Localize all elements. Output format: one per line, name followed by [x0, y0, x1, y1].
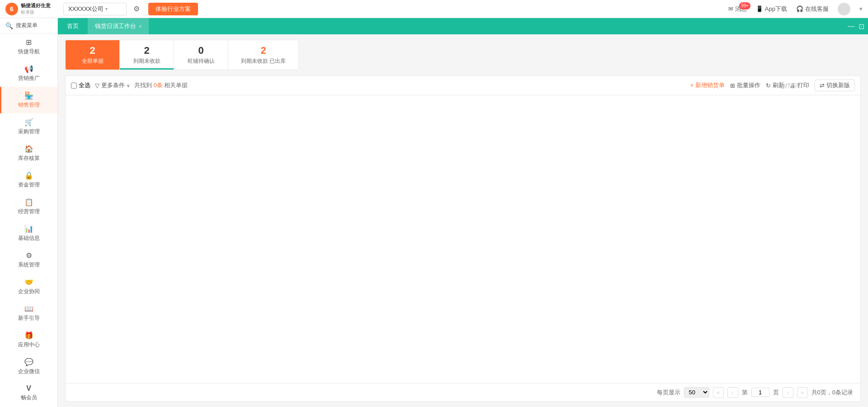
tab-page-label: 钱货日清工作台 [95, 22, 136, 30]
last-page-btn[interactable]: » [797, 387, 808, 398]
logo-area: 6 畅捷通好生意 标准版 [5, 2, 63, 15]
sidebar-item-app-center[interactable]: 🎁 应用中心 [0, 327, 57, 353]
stat-card-wangpu[interactable]: 0 旺辅待确认 [174, 40, 228, 70]
stat-label-all: 全部单据 [78, 57, 107, 65]
filter-btn[interactable]: ▽ 更多条件 ∨ [95, 81, 130, 89]
per-page-label: 每页显示 [657, 388, 680, 397]
online-service-label: 在线客服 [805, 5, 829, 13]
toolbar-left: 全选 ▽ 更多条件 ∨ 共找到 0条 相关单据 [71, 81, 685, 89]
filter-arrow: ∨ [127, 83, 130, 88]
add-sale-btn[interactable]: + 新增销货单 [690, 81, 725, 89]
page-input[interactable] [751, 388, 769, 397]
tab-nav-right: — ⊡ [848, 22, 868, 31]
sidebar-item-label: 销售管理 [18, 101, 40, 109]
sidebar-item-label: 库存核算 [18, 154, 40, 162]
sidebar-item-label: 企业协同 [18, 288, 40, 295]
sidebar-item-label: 企业微信 [18, 368, 40, 375]
sidebar-item-member[interactable]: V 畅会员 [0, 380, 57, 406]
sidebar-item-marketing[interactable]: 📢 营销推广 [0, 60, 57, 87]
first-page-btn[interactable]: « [713, 387, 724, 398]
purchase-icon: 🛒 [24, 118, 33, 126]
prev-page-btn[interactable]: ‹ [727, 387, 738, 398]
company-selector[interactable]: XXXXXX公司 ▾ [63, 3, 127, 15]
user-avatar[interactable] [838, 3, 850, 15]
guide-icon: 📖 [24, 304, 33, 313]
enterprise-icon: 🤝 [24, 278, 33, 286]
sidebar-item-sales[interactable]: 🏪 销售管理 [0, 87, 57, 113]
print-icon: 🖨 [790, 82, 796, 89]
sidebar-item-label: 应用中心 [18, 341, 40, 349]
stats-row: 2 全部单据 2 到期未收款 0 旺辅待确认 2 到期未收款 已出库 [65, 40, 299, 70]
checkbox-input[interactable] [71, 83, 77, 89]
sidebar-item-system[interactable]: ⚙ 系统管理 [0, 247, 57, 273]
tab-minimize-btn[interactable]: — [848, 22, 855, 30]
sidebar-item-label: 采购管理 [18, 128, 40, 136]
wechat-icon: 💬 [24, 358, 33, 366]
tab-restore-btn[interactable]: ⊡ [859, 22, 864, 31]
page-suffix: 页 [773, 388, 779, 397]
message-icon: ✉ [728, 5, 733, 12]
select-all-checkbox[interactable]: 全选 [71, 81, 90, 89]
select-all-label: 全选 [79, 81, 90, 89]
operations-icon: 📋 [24, 198, 33, 206]
sidebar-item-label: 资金管理 [18, 181, 40, 189]
finance-icon: 🔒 [24, 171, 33, 180]
app-download-btn[interactable]: 📱 App下载 [756, 5, 787, 13]
sidebar-item-enterprise[interactable]: 🤝 企业协同 [0, 273, 57, 300]
filter-icon: ▽ [95, 82, 99, 89]
sidebar-search-label: 搜索菜单 [16, 22, 38, 29]
sidebar-item-label: 快捷导航 [18, 48, 40, 56]
batch-icon: ⊞ [730, 82, 735, 89]
quick-nav-icon: ⊞ [26, 38, 32, 47]
per-page-select[interactable]: 50 20 100 [684, 387, 709, 398]
message-btn[interactable]: ✉ 消息 99+ [728, 5, 747, 13]
stat-card-overdue[interactable]: 2 到期未收款 [120, 40, 174, 70]
tab-close-icon[interactable]: × [139, 23, 142, 29]
sales-icon: 🏪 [24, 91, 33, 100]
sidebar-item-purchase[interactable]: 🛒 采购管理 [0, 113, 57, 140]
search-icon: 🔍 [5, 22, 13, 29]
toolbar: 全选 ▽ 更多条件 ∨ 共找到 0条 相关单据 + 新增销货单 [65, 75, 861, 95]
next-page-btn[interactable]: › [783, 387, 793, 398]
online-service-btn[interactable]: 🎧 在线客服 [796, 5, 829, 13]
stat-num-all: 2 [78, 45, 107, 56]
system-icon: ⚙ [26, 251, 32, 260]
sidebar-item-guide[interactable]: 📖 新手引导 [0, 300, 57, 327]
refresh-btn[interactable]: ↻ 刷新 [766, 81, 784, 89]
sidebar-item-label: 营销推广 [18, 75, 40, 82]
stat-num-wangpu: 0 [187, 45, 215, 56]
stat-num-shipped: 2 [241, 45, 286, 56]
switch-icon: ⇄ [820, 82, 825, 89]
sidebar-item-label: 经营管理 [18, 208, 40, 215]
batch-btn[interactable]: ⊞ 批量操作 [730, 81, 760, 89]
base-info-icon: 📊 [24, 225, 33, 233]
pagination: 每页显示 50 20 100 « ‹ 第 页 › » 共0页，0条记录 [65, 384, 861, 402]
user-name: ▾ [859, 5, 863, 12]
stat-card-shipped[interactable]: 2 到期未收款 已出库 [228, 40, 298, 70]
switch-new-btn[interactable]: ⇄ 切换新版 [815, 80, 855, 91]
tab-page-workbench[interactable]: 钱货日清工作台 × [88, 18, 149, 34]
sidebar-item-finance[interactable]: 🔒 资金管理 [0, 167, 57, 193]
tab-home[interactable]: 首页 [58, 18, 88, 34]
sidebar-item-operations[interactable]: 📋 经营管理 [0, 193, 57, 220]
sidebar-item-search[interactable]: 🔍 搜索菜单 [0, 18, 57, 33]
result-num: 0条 [154, 82, 163, 89]
user-name-area[interactable]: ▾ [859, 5, 863, 12]
sidebar: 🔍 搜索菜单 ⊞ 快捷导航 📢 营销推广 🏪 销售管理 🛒 采购管理 🏠 库存核… [0, 18, 58, 407]
sidebar-item-base-info[interactable]: 📊 基础信息 [0, 220, 57, 247]
sidebar-item-quick-nav[interactable]: ⊞ 快捷导航 [0, 33, 57, 60]
sidebar-item-inventory[interactable]: 🏠 库存核算 [0, 140, 57, 167]
settings-icon[interactable]: ⚙ [130, 3, 143, 15]
top-bar: 6 畅捷通好生意 标准版 XXXXXX公司 ▾ ⚙ 体验行业方案 ✉ 消息 99… [0, 0, 868, 18]
sidebar-item-label: 畅会员 [21, 394, 37, 402]
logo-text: 畅捷通好生意 标准版 [21, 2, 51, 15]
message-badge: 99+ [739, 2, 750, 9]
sidebar-item-wechat[interactable]: 💬 企业微信 [0, 353, 57, 380]
top-right-actions: ✉ 消息 99+ 📱 App下载 🎧 在线客服 ▾ [728, 3, 863, 15]
content-area: 首页 钱货日清工作台 × — ⊡ 2 全部单据 2 到期未收款 [58, 18, 868, 407]
page-content: 2 全部单据 2 到期未收款 0 旺辅待确认 2 到期未收款 已出库 [58, 34, 868, 407]
print-btn[interactable]: 🖨 打印 [790, 81, 809, 89]
try-btn[interactable]: 体验行业方案 [148, 3, 198, 15]
stat-card-all[interactable]: 2 全部单据 [66, 40, 120, 70]
stat-num-overdue: 2 [132, 45, 161, 56]
